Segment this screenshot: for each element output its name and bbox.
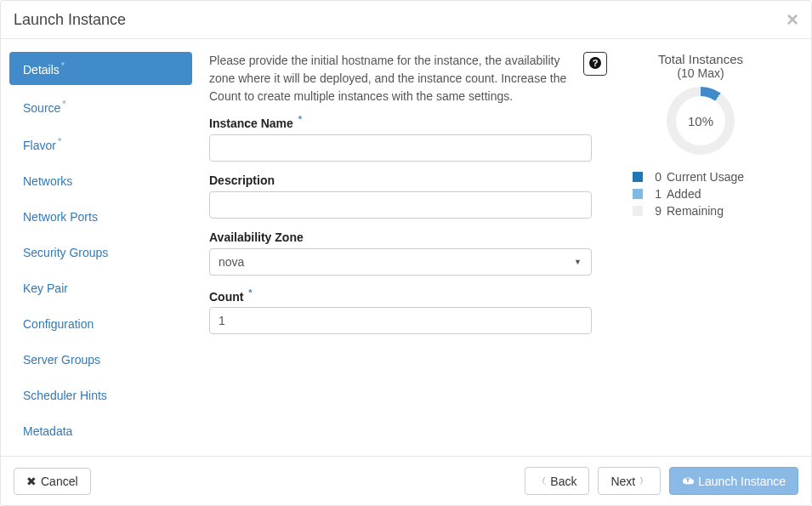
instance-name-input[interactable]: [209, 134, 592, 162]
required-icon: *: [61, 60, 65, 71]
wizard-sidebar: Details* Source* Flavor* Networks Networ…: [1, 39, 201, 456]
chevron-left-icon: 〈: [537, 475, 546, 487]
question-icon: ?: [588, 56, 602, 72]
description-label: Description: [209, 173, 607, 187]
cloud-upload-icon: [682, 474, 694, 488]
required-icon: *: [58, 136, 61, 146]
form-group-count: Count *: [209, 287, 607, 335]
sidebar-item-key-pair[interactable]: Key Pair: [9, 273, 192, 304]
availability-zone-select[interactable]: nova: [209, 248, 592, 276]
launch-instance-button[interactable]: Launch Instance: [669, 467, 798, 495]
sidebar-item-network-ports[interactable]: Network Ports: [9, 202, 192, 232]
donut-ring: 10%: [667, 87, 735, 155]
label-text: Instance Name: [209, 117, 293, 130]
help-text: Please provide the initial hostname for …: [209, 52, 575, 105]
form-group-availability-zone: Availability Zone nova: [209, 230, 607, 276]
instance-name-label: Instance Name *: [209, 114, 607, 130]
launch-instance-modal: Launch Instance × Details* Source* Flavo…: [0, 0, 812, 506]
button-label: Next: [610, 475, 635, 488]
count-label: Count *: [209, 287, 607, 304]
modal-body: Details* Source* Flavor* Networks Networ…: [1, 39, 811, 456]
sidebar-item-label: Details: [23, 63, 60, 77]
stats-title: Total Instances: [607, 52, 794, 66]
sidebar-item-security-groups[interactable]: Security Groups: [9, 237, 192, 268]
legend-label: Current Usage: [667, 170, 744, 184]
form-area: Please provide the initial hostname for …: [209, 52, 607, 443]
sidebar-item-configuration[interactable]: Configuration: [9, 309, 192, 339]
sidebar-item-label: Security Groups: [23, 246, 108, 259]
legend-row-remaining: 9 Remaining: [633, 204, 794, 218]
sidebar-item-details[interactable]: Details*: [9, 52, 192, 85]
stats-panel: Total Instances (10 Max) 10% 0 Current U…: [607, 52, 794, 443]
sidebar-item-networks[interactable]: Networks: [9, 166, 192, 196]
sidebar-item-scheduler-hints[interactable]: Scheduler Hints: [9, 380, 192, 411]
content-area: Please provide the initial hostname for …: [201, 39, 811, 456]
form-group-instance-name: Instance Name *: [209, 114, 607, 162]
required-icon: *: [248, 287, 252, 298]
donut-center-label: 10%: [676, 96, 725, 145]
modal-title: Launch Instance: [14, 11, 126, 29]
close-button[interactable]: ×: [786, 9, 798, 30]
legend-value: 9: [650, 204, 662, 218]
sidebar-item-flavor[interactable]: Flavor*: [9, 128, 192, 161]
button-label: Launch Instance: [698, 475, 786, 488]
chevron-right-icon: 〉: [639, 475, 648, 487]
sidebar-item-label: Network Ports: [23, 210, 98, 224]
usage-donut-chart: 10%: [607, 87, 794, 155]
sidebar-item-label: Key Pair: [23, 281, 68, 295]
button-label: Back: [550, 475, 576, 488]
stats-subtitle: (10 Max): [607, 66, 794, 80]
required-icon: *: [62, 99, 65, 109]
sidebar-item-server-groups[interactable]: Server Groups: [9, 344, 192, 375]
legend-swatch-icon: [633, 172, 643, 182]
label-text: Count: [209, 289, 243, 303]
sidebar-item-label: Metadata: [23, 424, 72, 438]
sidebar-item-source[interactable]: Source*: [9, 90, 192, 123]
sidebar-item-label: Scheduler Hints: [23, 389, 107, 402]
button-label: Cancel: [41, 475, 78, 488]
sidebar-item-label: Flavor: [23, 139, 56, 152]
legend-value: 0: [650, 170, 662, 184]
close-icon: ×: [786, 8, 798, 31]
sidebar-item-metadata[interactable]: Metadata: [9, 416, 192, 446]
count-input[interactable]: [209, 307, 592, 334]
back-button[interactable]: 〈 Back: [525, 467, 589, 495]
svg-text:?: ?: [593, 58, 599, 68]
x-icon: ✖: [26, 475, 37, 488]
cancel-button[interactable]: ✖ Cancel: [14, 468, 91, 495]
form-group-description: Description: [209, 173, 607, 219]
description-input[interactable]: [209, 191, 592, 219]
legend: 0 Current Usage 1 Added 9 Remaining: [607, 170, 794, 218]
modal-header: Launch Instance ×: [1, 1, 811, 39]
legend-swatch-icon: [633, 206, 643, 216]
next-button[interactable]: Next 〉: [598, 467, 661, 495]
sidebar-item-label: Configuration: [23, 317, 94, 331]
legend-label: Added: [667, 187, 701, 201]
legend-row-added: 1 Added: [633, 187, 794, 201]
required-icon: *: [298, 114, 302, 124]
legend-label: Remaining: [667, 204, 724, 218]
legend-swatch-icon: [633, 189, 643, 199]
availability-zone-label: Availability Zone: [209, 230, 607, 244]
sidebar-item-label: Networks: [23, 174, 72, 188]
help-button[interactable]: ?: [583, 52, 607, 76]
footer-right: 〈 Back Next 〉 Launch Instance: [525, 467, 798, 495]
sidebar-item-label: Source: [23, 100, 60, 114]
sidebar-item-label: Server Groups: [23, 353, 100, 367]
legend-row-current: 0 Current Usage: [633, 170, 794, 184]
modal-footer: ✖ Cancel 〈 Back Next 〉 Launch Instance: [1, 456, 811, 505]
legend-value: 1: [650, 187, 662, 201]
